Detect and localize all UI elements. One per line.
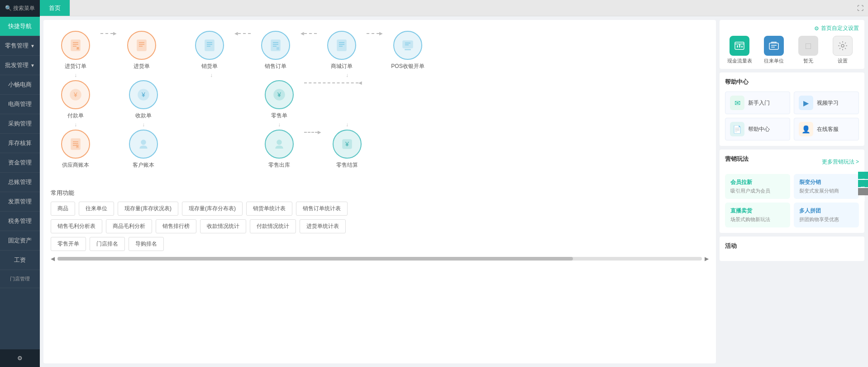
- qn-partners[interactable]: 往来单位: [759, 36, 788, 64]
- marketing-member-new[interactable]: 会员拉新 吸引用户成为会员: [725, 174, 790, 199]
- mall-order-label: 商城订单: [331, 63, 353, 70]
- sidebar-item-tax[interactable]: 税务管理: [0, 212, 40, 231]
- svg-rect-20: [403, 41, 413, 48]
- fission-desc: 裂变式发展分销商: [799, 188, 854, 194]
- sidebar-item-ecommerce[interactable]: 电商管理: [0, 95, 40, 114]
- sidebar-item-general[interactable]: 总账管理: [0, 173, 40, 192]
- svg-rect-8: [205, 40, 214, 51]
- sidebar-item-wholesale[interactable]: 批发管理 ▼: [0, 56, 40, 75]
- sidebar-item-inventory[interactable]: 库存核算: [0, 134, 40, 153]
- cf-btn-goods-gross[interactable]: 商品毛利分析: [106, 219, 152, 233]
- arrow-left-1: ◀: [234, 31, 251, 56]
- pos-icon: [393, 31, 422, 60]
- flow-node-purchase-order[interactable]: 进货订单: [51, 31, 100, 70]
- cf-btn-goods[interactable]: 商品: [51, 202, 75, 216]
- scroll-right-button[interactable]: ▶: [705, 256, 709, 262]
- desktop-quick-button[interactable]: 桌面快捷: [858, 188, 868, 195]
- flow-node-payment[interactable]: ¥ 付款单: [51, 80, 100, 120]
- tabbar: 首页 ⛶: [40, 0, 868, 16]
- expand-button[interactable]: ⛶: [853, 5, 868, 12]
- flow-node-receipt[interactable]: ¥ 收款单: [119, 80, 168, 120]
- more-label: 更多营销玩法 >: [822, 158, 859, 166]
- sidebar-search[interactable]: 🔍 搜索菜单: [0, 0, 40, 17]
- live-desc: 场景式购物新玩法: [730, 216, 785, 223]
- cf-btn-guide-rank[interactable]: 导购排名: [129, 237, 164, 251]
- member-new-desc: 吸引用户成为会员: [730, 188, 785, 194]
- flow-node-sales-order[interactable]: 销售订单: [251, 31, 300, 70]
- flow-node-customer-account[interactable]: 客户账本: [119, 130, 168, 169]
- qn-settings[interactable]: 设置: [828, 36, 857, 64]
- qn-temp[interactable]: □ 暂无: [794, 36, 823, 64]
- help-online-service[interactable]: 👤 在线客服: [794, 118, 859, 140]
- cf-btn-stock-status[interactable]: 现存量(库存状况表): [118, 202, 178, 216]
- svg-rect-41: [739, 44, 740, 48]
- cf-btn-purchase-stats[interactable]: 进货单统计表: [300, 219, 346, 233]
- sidebar-item-quick-nav[interactable]: 快捷导航: [0, 17, 40, 36]
- service-community-button[interactable]: 服务社区: [858, 180, 868, 187]
- cf-btn-sales-stats[interactable]: 销货单统计表: [246, 202, 292, 216]
- flow-node-pos[interactable]: POS收银开单: [383, 31, 433, 70]
- sidebar-item-fixed[interactable]: 固定资产: [0, 231, 40, 251]
- scroll-track[interactable]: [57, 257, 702, 261]
- more-marketing-link[interactable]: 更多营销玩法 >: [822, 158, 859, 166]
- sales-order-label: 销售订单: [265, 63, 286, 70]
- flow-node-retail-bill[interactable]: ¥ 零售单: [254, 80, 304, 120]
- sales-order-icon: [261, 31, 290, 60]
- flow-node-sales-bill[interactable]: 销货单: [185, 31, 234, 70]
- cf-btn-stock-dist[interactable]: 现存量(库存分布表): [182, 202, 243, 216]
- float-buttons: 客服热线 服务社区 桌面快捷: [858, 172, 868, 195]
- scroll-left-button[interactable]: ◀: [51, 256, 55, 262]
- sidebar-item-xiaochang[interactable]: 小畅电商: [0, 75, 40, 95]
- marketing-live[interactable]: 直播卖货 场景式购物新玩法: [725, 203, 790, 227]
- cf-btn-sales-order-stats[interactable]: 销售订单统计表: [296, 202, 348, 216]
- flow-row3: ¥ 供应商账本 客户账本: [51, 130, 709, 169]
- cf-btn-retail-open[interactable]: 零售开单: [51, 237, 86, 251]
- customer-service-button[interactable]: 客服热线: [858, 172, 868, 179]
- svg-point-46: [841, 44, 844, 47]
- left-panel: 进货订单 ▶: [43, 20, 716, 363]
- sidebar-item-salary[interactable]: 工资: [0, 251, 40, 270]
- common-functions: 常用功能 商品 往来单位 现存量(库存状况表) 现存量(库存分布表) 销货单统计…: [51, 189, 709, 251]
- flow-node-purchase-bill[interactable]: 进货单: [117, 31, 167, 70]
- qn-cashflow[interactable]: 现金流量表: [725, 36, 754, 64]
- flow-node-supplier-account[interactable]: ¥ 供应商账本: [51, 130, 100, 169]
- sidebar-item-retail[interactable]: 零售管理 ▼: [0, 36, 40, 56]
- marketing-fission[interactable]: 裂变分销 裂变式发展分销商: [794, 174, 859, 199]
- purchase-order-icon: [61, 31, 90, 60]
- help-center-item[interactable]: 📄 帮助中心: [725, 118, 790, 140]
- activity-panel: 活动: [720, 237, 864, 261]
- customer-account-icon: [129, 130, 158, 159]
- beginner-label: 新手入门: [748, 99, 770, 107]
- sidebar-item-purchase[interactable]: 采购管理: [0, 114, 40, 134]
- help-video[interactable]: ▶ 视频学习: [794, 92, 859, 114]
- sidebar-item-more[interactable]: 门店管理: [0, 270, 40, 288]
- svg-text:¥: ¥: [345, 140, 349, 148]
- cf-btn-sales-gross[interactable]: 销售毛利分析表: [51, 219, 102, 233]
- help-grid: ✉ 新手入门 ▶ 视频学习 📄 帮助中心 👤 在线客服: [725, 92, 859, 140]
- cf-btn-receipt-stats[interactable]: 收款情况统计: [200, 219, 246, 233]
- sidebar-item-finance[interactable]: 资金管理: [0, 153, 40, 173]
- flow-node-mall-order[interactable]: 商城订单: [317, 31, 367, 70]
- customize-link[interactable]: ⚙ 首页自定义设置: [725, 24, 859, 32]
- marketing-group[interactable]: 多人拼团 拼团购物享受优惠: [794, 203, 859, 227]
- svg-text:¥: ¥: [141, 91, 145, 98]
- help-beginner[interactable]: ✉ 新手入门: [725, 92, 790, 114]
- search-icon: 🔍: [5, 5, 12, 11]
- sidebar-settings-button[interactable]: ⚙: [0, 349, 40, 367]
- help-title: 帮助中心: [725, 78, 859, 86]
- purchase-bill-label: 进货单: [134, 63, 150, 70]
- more-label: 门店管理: [10, 275, 30, 282]
- flow-node-retail-out[interactable]: 零售出库: [254, 130, 304, 169]
- main-area: 首页 ⛶: [40, 0, 868, 367]
- flow-node-retail-settle[interactable]: ¥ 零售结算: [322, 130, 372, 169]
- chevron-down-icon: ▼: [30, 43, 35, 48]
- sidebar-search-label: 搜索菜单: [13, 5, 35, 11]
- cf-btn-partners[interactable]: 往来单位: [79, 202, 114, 216]
- tab-home[interactable]: 首页: [40, 0, 70, 16]
- help-center-panel: 帮助中心 ✉ 新手入门 ▶ 视频学习 📄 帮助中心 👤: [720, 72, 864, 146]
- cf-btn-store-rank[interactable]: 门店排名: [90, 237, 125, 251]
- cf-btn-payment-stats[interactable]: 付款情况统计: [250, 219, 296, 233]
- sidebar-item-invoice[interactable]: 发票管理: [0, 192, 40, 212]
- cf-btn-sales-rank[interactable]: 销售排行榜: [156, 219, 196, 233]
- retail-settle-icon: ¥: [333, 130, 362, 159]
